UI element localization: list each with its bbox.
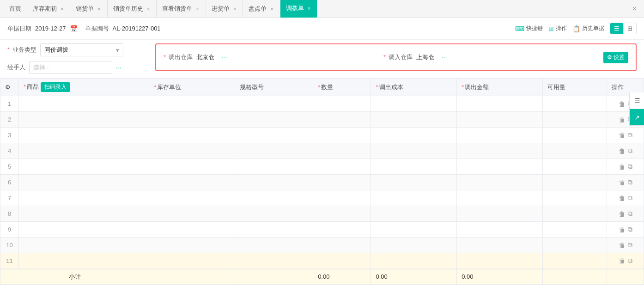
product-cell[interactable] [19,238,149,253]
product-cell[interactable] [19,222,149,238]
in-warehouse-more-button[interactable]: ··· [442,54,447,61]
cost-cell[interactable] [371,143,457,159]
settings-button[interactable]: ⚙ 设置 [603,52,628,63]
tab-home[interactable]: 首页 [4,0,27,18]
amount-cell[interactable] [457,96,543,112]
spec-cell[interactable] [235,128,313,143]
copy-icon[interactable]: ⧉ [628,257,632,265]
product-cell[interactable] [19,190,149,206]
amount-cell[interactable] [457,238,543,253]
quantity-cell[interactable] [313,143,371,159]
amount-cell[interactable] [457,253,543,269]
cost-cell[interactable] [371,190,457,206]
quantity-cell[interactable] [313,112,371,128]
close-purchase-order[interactable]: × [232,6,237,12]
spec-cell[interactable] [235,143,313,159]
spec-cell[interactable] [235,206,313,222]
spec-cell[interactable] [235,159,313,175]
copy-icon[interactable]: ⧉ [628,147,632,155]
amount-cell[interactable] [457,128,543,143]
sidebar-list-icon[interactable]: ☰ [630,92,644,109]
list-view-button[interactable]: ☰ [610,23,624,34]
close-inventory[interactable]: × [269,6,274,12]
tab-sales-order[interactable]: 销货单 × [70,0,107,18]
cost-cell[interactable] [371,96,457,112]
spec-cell[interactable] [235,222,313,238]
product-cell[interactable] [19,112,149,128]
copy-icon[interactable]: ⧉ [628,241,632,249]
handler-select[interactable]: 选择... [29,61,112,74]
quantity-cell[interactable] [313,159,371,175]
out-warehouse-more-button[interactable]: ··· [222,54,227,61]
quantity-cell[interactable] [313,238,371,253]
tab-transfer[interactable]: 调拨单 × [280,0,317,18]
unit-cell[interactable] [149,143,235,159]
spec-cell[interactable] [235,175,313,190]
quantity-cell[interactable] [313,190,371,206]
operations-button[interactable]: ⊞ 操作 [548,24,567,32]
tab-view-sales[interactable]: 查看销货单 × [157,0,206,18]
close-sales-history[interactable]: × [146,6,151,12]
delete-icon[interactable]: 🗑 [619,179,625,186]
copy-icon[interactable]: ⧉ [628,194,632,202]
amount-cell[interactable] [457,190,543,206]
quantity-cell[interactable] [313,175,371,190]
unit-cell[interactable] [149,222,235,238]
unit-cell[interactable] [149,253,235,269]
delete-icon[interactable]: 🗑 [619,147,625,155]
delete-icon[interactable]: 🗑 [619,100,625,108]
unit-cell[interactable] [149,159,235,175]
delete-icon[interactable]: 🗑 [619,226,625,233]
shortcuts-button[interactable]: ⌨ 快捷键 [515,24,543,32]
copy-icon[interactable]: ⧉ [628,131,632,139]
cost-cell[interactable] [371,222,457,238]
amount-cell[interactable] [457,222,543,238]
unit-cell[interactable] [149,206,235,222]
close-stock-init[interactable]: × [60,6,64,12]
quantity-cell[interactable] [313,206,371,222]
delete-icon[interactable]: 🗑 [619,210,625,218]
amount-cell[interactable] [457,175,543,190]
copy-icon[interactable]: ⧉ [628,226,632,233]
copy-icon[interactable]: ⧉ [628,163,632,171]
cost-cell[interactable] [371,238,457,253]
gear-icon[interactable]: ⚙ [5,84,11,91]
quantity-cell[interactable] [313,253,371,269]
close-sales-order[interactable]: × [97,6,101,12]
spec-cell[interactable] [235,190,313,206]
product-cell[interactable] [19,159,149,175]
spec-cell[interactable] [235,253,313,269]
quantity-cell[interactable] [313,96,371,112]
unit-cell[interactable] [149,190,235,206]
delete-icon[interactable]: 🗑 [619,242,625,249]
unit-cell[interactable] [149,175,235,190]
handler-more-button[interactable]: ··· [116,64,122,71]
scan-button[interactable]: 扫码录入 [41,82,70,92]
product-cell[interactable] [19,143,149,159]
delete-icon[interactable]: 🗑 [619,195,625,202]
cost-cell[interactable] [371,159,457,175]
amount-cell[interactable] [457,112,543,128]
delete-icon[interactable]: 🗑 [619,116,625,123]
unit-cell[interactable] [149,96,235,112]
cost-cell[interactable] [371,112,457,128]
history-button[interactable]: 📋 历史单据 [572,24,604,32]
grid-view-button[interactable]: ⊞ [624,23,636,34]
amount-cell[interactable] [457,143,543,159]
window-close-button[interactable]: × [629,0,640,18]
cost-cell[interactable] [371,128,457,143]
quantity-cell[interactable] [313,222,371,238]
unit-cell[interactable] [149,238,235,253]
cost-cell[interactable] [371,253,457,269]
sidebar-link-icon[interactable]: ↗ [630,109,644,126]
calendar-icon[interactable]: 📅 [70,25,78,32]
copy-icon[interactable]: ⧉ [628,178,632,186]
amount-cell[interactable] [457,206,543,222]
tab-sales-history[interactable]: 销货单历史 × [108,0,157,18]
unit-cell[interactable] [149,128,235,143]
product-cell[interactable] [19,96,149,112]
amount-cell[interactable] [457,159,543,175]
spec-cell[interactable] [235,96,313,112]
copy-icon[interactable]: ⧉ [628,210,632,218]
product-cell[interactable] [19,253,149,269]
